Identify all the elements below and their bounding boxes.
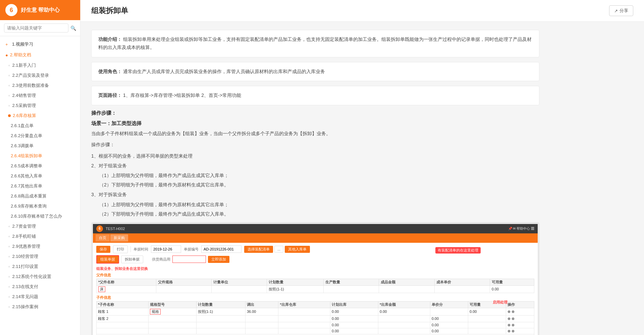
screenshot-wrapper: 6 TEST-H002 📌 ✉ 帮助中心 ☰ 自页 新采购: [92, 223, 539, 335]
mock-date-input[interactable]: [151, 245, 181, 253]
mock-row-action-copy[interactable]: ⊕: [507, 329, 511, 333]
sidebar: 6 好生意 帮助中心 🔍 + 1.视频学习 ● 2.帮助文档 + 2.1新手入门: [0, 0, 80, 335]
sidebar-item-operation[interactable]: + 2.10经营管理: [0, 252, 80, 262]
mock-td: 按照(1-1): [267, 285, 324, 293]
mock-child-row: 0.00 0.00 ⊕ ⊗: [97, 328, 534, 334]
mock-td: [245, 328, 278, 334]
mock-th: *出库金额: [378, 301, 430, 308]
sidebar-item-docs[interactable]: ● 2.帮助文档: [0, 50, 80, 60]
sidebar-item-cases[interactable]: + 2.15操作案例: [0, 302, 80, 312]
mock-td: [196, 328, 245, 334]
mock-child-label: 子件信息: [96, 295, 534, 300]
mock-th: 成品金额: [379, 279, 434, 285]
sidebar-item-personalize[interactable]: + 2.12系统个性化设置: [0, 272, 80, 282]
mock-action-btn[interactable]: 其他入库单: [285, 246, 310, 253]
sidebar-item-assembly[interactable]: 2.6.4组装拆卸单: [0, 151, 80, 161]
app-title: 好生意 帮助中心: [21, 7, 60, 14]
mock-row-action-del[interactable]: ⊗: [512, 323, 515, 327]
mock-save-btn[interactable]: 保存: [96, 246, 110, 253]
content-area: 功能介绍： 组装拆卸单用来处理企业组装或拆卸等加工业务，支持有固定装配清单的产品…: [80, 22, 550, 335]
mock-date-label: 单据时间: [133, 247, 148, 252]
sidebar-item-purchase[interactable]: + 2.5采购管理: [0, 101, 80, 111]
mock-th: *父件名称: [97, 279, 156, 285]
mock-child-row: 0.00 0.00 ⊕ ⊗: [97, 322, 534, 328]
mock-no-input[interactable]: [201, 245, 241, 253]
sidebar-item-mobile[interactable]: + 2.8手机旺铺: [0, 231, 80, 241]
mock-row-action-copy[interactable]: ⊕: [507, 317, 511, 321]
search-input[interactable]: [4, 23, 68, 33]
mock-td: [468, 315, 506, 322]
mock-row-action-del[interactable]: ⊗: [512, 310, 515, 314]
mock-test-label: TEST-H002: [106, 227, 125, 231]
sidebar-item-faq[interactable]: + 2.14常见问题: [0, 292, 80, 302]
mock-td: 36.00: [245, 308, 278, 315]
search-box: 🔍: [0, 20, 80, 36]
mock-td: 顾客 1: [97, 308, 149, 315]
mock-td: [148, 328, 196, 334]
sidebar-item-cost-recalc[interactable]: 2.6.8商品成本重算: [0, 191, 80, 201]
mock-td: 0.00: [430, 322, 468, 328]
sidebar-item-data-prep[interactable]: + 2.3使用前数据准备: [0, 80, 80, 91]
share-button[interactable]: ↗ 分享: [609, 5, 633, 16]
sidebar-item-stocktake[interactable]: 2.6.1盘点单: [0, 121, 80, 131]
mock-th: 计划数量: [267, 279, 324, 285]
sidebar-item-newbie[interactable]: + 2.1新手入门: [0, 60, 80, 70]
mock-child-row: 顾客 1 规格 按照(1-1) 36.00 0.00 0.00: [97, 308, 534, 315]
sidebar-header: 6 好生意 帮助中心: [0, 0, 80, 20]
mock-td: ⊕ ⊗: [506, 328, 534, 334]
mock-type-assembly-btn[interactable]: 组装单据: [96, 255, 119, 264]
mock-row-action-del[interactable]: ⊗: [512, 317, 515, 321]
sidebar-item-fund[interactable]: + 2.7资金管理: [0, 221, 80, 231]
sidebar-item-label: 1.视频学习: [12, 41, 33, 47]
mock-row-action-copy[interactable]: ⊕: [507, 310, 511, 314]
scenario1-desc: 当由多个子件材料组装成一个成品的业务为【组装】业务，当由一个父件拆分成多个子产品…: [91, 129, 539, 138]
mock-parent-table: *父件名称 父件规格 计量单位 计划数量 生产数量 成品金额 成本单价 可用量: [96, 279, 534, 293]
mock-td: [378, 322, 430, 328]
mock-type-disassembly-btn[interactable]: 拆卸单据: [121, 256, 143, 263]
mock-td: 0.00: [490, 285, 534, 293]
sidebar-item-account-error[interactable]: 2.6.10库存账本错了怎么办: [0, 211, 80, 221]
mock-row-action-del[interactable]: ⊗: [512, 329, 515, 333]
mock-td: [378, 328, 430, 334]
mock-app-topbar: 6 TEST-H002 📌 ✉ 帮助中心 ☰: [93, 224, 538, 233]
mock-supplier-input[interactable]: [172, 256, 206, 263]
sidebar-item-sales[interactable]: + 2.4销售管理: [0, 91, 80, 101]
sidebar-item-stock-query[interactable]: 2.6.9库存账本查询: [0, 201, 80, 211]
mock-td: [212, 285, 267, 293]
mock-td: 0.00: [330, 328, 378, 334]
sidebar-item-other-in[interactable]: 2.6.6其他入库单: [0, 171, 80, 181]
mock-add-btn[interactable]: 立即添加: [208, 256, 229, 263]
mock-th: 计划数量: [196, 301, 245, 308]
mock-print-btn[interactable]: 打印: [113, 245, 128, 253]
sidebar-item-adjust[interactable]: 2.6.3调拨单: [0, 141, 80, 151]
mock-th: 父件规格: [156, 279, 212, 285]
mock-td: [97, 328, 149, 334]
mock-td: [378, 315, 430, 322]
sidebar-item-inventory[interactable]: 2.6库存核算: [0, 111, 80, 121]
mock-tab-new[interactable]: 新采购: [110, 234, 128, 241]
sidebar-item-other-out[interactable]: 2.6.7其他出库单: [0, 181, 80, 191]
sidebar-item-video[interactable]: + 1.视频学习: [0, 39, 80, 50]
mock-td: [278, 308, 330, 315]
search-icon[interactable]: 🔍: [70, 25, 76, 31]
sidebar-item-print[interactable]: + 2.11打印设置: [0, 262, 80, 272]
mock-assembly-list-btn[interactable]: 选择装配清单: [244, 246, 273, 253]
sidebar-item-online-pay[interactable]: + 2.13在线支付: [0, 282, 80, 292]
mock-th: 可用量: [490, 279, 534, 285]
mock-assembly-list-btn-area: 选择装配清单 ... 其他入库单: [244, 246, 310, 253]
steps-title: 操作步骤：: [91, 110, 539, 116]
annotation-1: 有装配清单的在这里处理: [435, 247, 481, 254]
mock-td: 0.00: [330, 315, 378, 322]
mock-th: 操作: [506, 301, 534, 308]
mock-td: [245, 322, 278, 328]
sidebar-item-cost-adjust[interactable]: 2.6.5成本调整单: [0, 161, 80, 171]
sidebar-item-partial-stocktake[interactable]: 2.6.2分量盘点单: [0, 131, 80, 141]
sidebar-item-coupon[interactable]: + 2.9优惠券管理: [0, 241, 80, 252]
mock-row-action-copy[interactable]: ⊕: [507, 323, 511, 327]
sidebar-item-label: 2.4销售管理: [12, 93, 36, 99]
sidebar-item-install[interactable]: + 2.2产品安装及登录: [0, 70, 80, 80]
mock-tab-home[interactable]: 自页: [96, 234, 110, 241]
sidebar-item-label: 2.6库存核算: [13, 113, 36, 119]
docs-subnav: + 2.1新手入门 + 2.2产品安装及登录 + 2.3使用前数据准备 + 2.…: [0, 60, 80, 312]
mock-more-btn[interactable]: ...: [274, 246, 283, 253]
